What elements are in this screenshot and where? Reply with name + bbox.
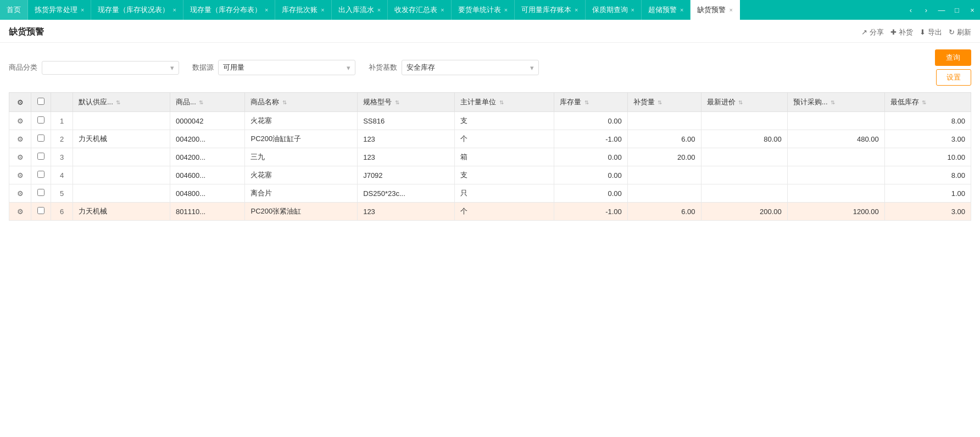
datasource-value: 可用量 [223,63,244,72]
header-actions: ↗ 分享 ✚ 补货 ⬇ 导出 ↻ 刷新 [861,27,971,37]
row-min-stock: 1.00 [884,184,971,203]
th-spec-model[interactable]: 规格型号 ⇅ [358,93,455,112]
row-checkbox[interactable] [31,148,51,166]
tab-inventory-status[interactable]: 现存量（库存状况表） × [91,0,183,20]
th-estimated-purchase[interactable]: 预计采购... ⇅ [787,93,884,112]
row-unit: 个 [455,203,554,221]
tab-close-expiry-query[interactable]: × [631,7,634,13]
row-spec-model: 123 [358,148,455,166]
tab-abnormal[interactable]: 拣货异常处理 × [28,0,91,20]
tab-close-receive-summary[interactable]: × [441,7,444,13]
row-product-code: 004600... [170,166,245,184]
row-replenish-qty: 6.00 [627,203,701,221]
sort-icon-stock: ⇅ [584,99,589,105]
row-checkbox-input[interactable] [37,207,44,214]
tab-scroll-left[interactable]: ‹ [903,0,918,20]
th-replenish-qty[interactable]: 补货量 ⇅ [627,93,701,112]
tab-batch-account[interactable]: 库存批次账 × [275,0,331,20]
replenish-action[interactable]: ✚ 补货 [890,27,913,37]
tab-close-inventory-status[interactable]: × [172,7,176,13]
tab-close-abnormal[interactable]: × [81,7,84,13]
row-min-stock: 8.00 [884,166,971,184]
chevron-left-icon: ‹ [910,6,912,14]
tab-close-overstock-warning[interactable]: × [680,7,683,13]
row-checkbox[interactable] [31,184,51,203]
tab-label-in-out-flow: 出入库流水 [338,5,374,15]
row-checkbox[interactable] [31,203,51,221]
row-gear[interactable]: ⚙ [9,203,31,221]
window-close-btn[interactable]: × [965,0,980,20]
row-checkbox[interactable] [31,166,51,184]
page-title: 缺货预警 [9,26,44,38]
tab-expiry-query[interactable]: 保质期查询 × [586,0,642,20]
row-min-stock: 3.00 [884,130,971,148]
th-latest-price[interactable]: 最新进价 ⇅ [701,93,787,112]
sort-icon-supplier: ⇅ [116,99,120,105]
tab-available-ledger[interactable]: 可用量库存账本 × [515,0,585,20]
row-stock-qty: 0.00 [554,166,628,184]
chevron-down-icon: ▾ [170,64,174,72]
select-all-checkbox[interactable] [37,98,44,105]
th-min-stock[interactable]: 最低库存 ⇅ [884,93,971,112]
tab-home[interactable]: 首页 [0,0,28,20]
row-gear[interactable]: ⚙ [9,130,31,148]
replenish-basis-select[interactable]: 安全库存 ▾ [402,60,539,75]
tab-close-requisition-stats[interactable]: × [504,7,508,13]
row-checkbox-input[interactable] [37,171,44,178]
tab-in-out-flow[interactable]: 出入库流水 × [332,0,388,20]
tab-scroll-right[interactable]: › [918,0,934,20]
tab-close-available-ledger[interactable]: × [575,7,578,13]
export-action[interactable]: ⬇ 导出 [920,27,942,37]
th-stock-qty[interactable]: 库存量 ⇅ [554,93,628,112]
tab-inventory-dist[interactable]: 现存量（库存分布表） × [183,0,275,20]
window-maximize-btn[interactable]: □ [949,0,965,20]
row-product-name: PC200张紧油缸 [245,203,358,221]
row-checkbox[interactable] [31,112,51,130]
tab-receive-summary[interactable]: 收发存汇总表 × [388,0,451,20]
th-default-supplier[interactable]: 默认供应... ⇅ [73,93,170,112]
th-settings[interactable]: ⚙ [9,93,31,112]
tab-close-inventory-dist[interactable]: × [265,7,268,13]
row-unit: 只 [455,184,554,203]
table-row: ⚙6力天机械801110...PC200张紧油缸123个-1.006.00200… [9,203,971,221]
table-row: ⚙3004200...三九123箱0.0020.0010.00 [9,148,971,166]
datasource-select[interactable]: 可用量 ▾ [218,60,355,75]
row-est-purchase [787,112,884,130]
row-gear[interactable]: ⚙ [9,112,31,130]
sort-icon-replenish: ⇅ [658,99,662,105]
row-est-purchase [787,166,884,184]
row-product-code: 004800... [170,184,245,203]
row-gear[interactable]: ⚙ [9,148,31,166]
tab-close-shortage-warning[interactable]: × [729,7,732,13]
tab-label-home: 首页 [7,5,21,15]
row-supplier [73,148,170,166]
table-header-row: ⚙ 默认供应... ⇅ 商品... ⇅ 商品名称 [9,93,971,112]
row-gear[interactable]: ⚙ [9,166,31,184]
refresh-action[interactable]: ↻ 刷新 [949,27,971,37]
row-checkbox[interactable] [31,130,51,148]
row-index: 1 [51,112,73,130]
tab-requisition-stats[interactable]: 要货单统计表 × [452,0,515,20]
tab-shortage-warning[interactable]: 缺货预警 × [691,0,739,20]
settings-button[interactable]: 设置 [936,69,971,86]
tab-label-shortage-warning: 缺货预警 [697,5,726,15]
row-checkbox-input[interactable] [37,116,44,124]
window-minimize-btn[interactable]: — [934,0,949,20]
query-button[interactable]: 查询 [935,49,971,66]
row-checkbox-input[interactable] [37,189,44,196]
category-select[interactable]: ▾ [42,61,179,75]
th-product-name[interactable]: 商品名称 ⇅ [245,93,358,112]
category-filter: 商品分类 ▾ [9,61,179,75]
tab-close-batch-account[interactable]: × [321,7,324,13]
th-product-code[interactable]: 商品... ⇅ [170,93,245,112]
export-icon: ⬇ [920,28,926,36]
row-checkbox-input[interactable] [37,135,44,142]
share-action[interactable]: ↗ 分享 [861,27,884,37]
row-checkbox-input[interactable] [37,153,44,160]
row-gear[interactable]: ⚙ [9,184,31,203]
row-supplier: 力天机械 [73,130,170,148]
th-unit[interactable]: 主计量单位 ⇅ [455,93,554,112]
export-label: 导出 [928,27,942,37]
tab-close-in-out-flow[interactable]: × [377,7,381,13]
tab-overstock-warning[interactable]: 超储预警 × [642,0,691,20]
